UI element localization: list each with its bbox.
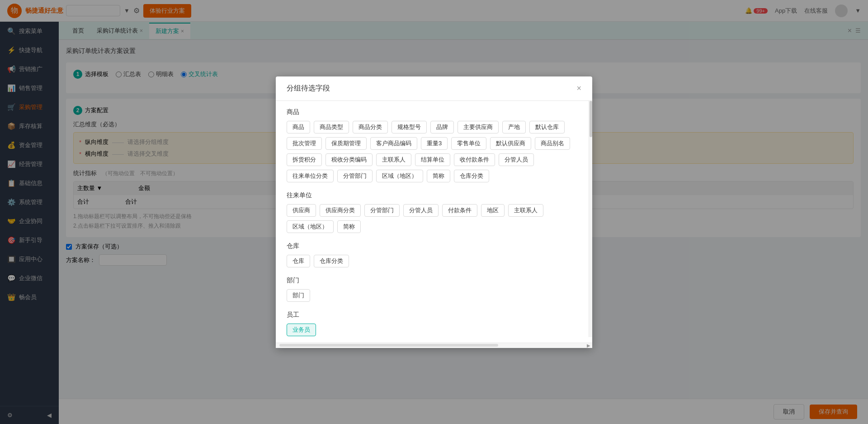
modal-section-4: 员工业务员 bbox=[287, 311, 581, 336]
section-title-3: 部门 bbox=[287, 276, 581, 285]
field-tag-1-3[interactable]: 分管人员 bbox=[403, 204, 439, 217]
field-tag-2-0[interactable]: 仓库 bbox=[287, 255, 310, 267]
field-tag-1-5[interactable]: 地区 bbox=[481, 204, 505, 217]
modal-section-0: 商品商品商品类型商品分类规格型号品牌主要供应商产地默认仓库批次管理保质期管理客户… bbox=[287, 108, 581, 182]
vertical-scrollbar-thumb bbox=[590, 101, 592, 137]
field-tags-0: 商品商品类型商品分类规格型号品牌主要供应商产地默认仓库批次管理保质期管理客户商品… bbox=[287, 121, 581, 182]
field-tag-0-1[interactable]: 商品类型 bbox=[314, 121, 349, 133]
field-tag-0-19[interactable]: 收付款条件 bbox=[454, 153, 495, 166]
field-tag-2-1[interactable]: 仓库分类 bbox=[314, 255, 349, 267]
section-title-2: 仓库 bbox=[287, 242, 581, 250]
field-tag-0-5[interactable]: 主要供应商 bbox=[458, 121, 499, 133]
field-tag-0-17[interactable]: 主联系人 bbox=[376, 153, 411, 166]
field-tag-1-0[interactable]: 供应商 bbox=[287, 204, 316, 217]
modal-section-1: 往来单位供应商供应商分类分管部门分管人员付款条件地区主联系人区域（地区）简称 bbox=[287, 191, 581, 233]
field-tag-1-1[interactable]: 供应商分类 bbox=[320, 204, 361, 217]
field-tag-0-6[interactable]: 产地 bbox=[502, 121, 526, 133]
field-tag-3-0[interactable]: 部门 bbox=[287, 289, 310, 302]
field-tag-0-22[interactable]: 分管部门 bbox=[337, 170, 373, 182]
field-tag-0-24[interactable]: 简称 bbox=[427, 170, 450, 182]
field-tag-1-7[interactable]: 区域（地区） bbox=[287, 220, 334, 233]
field-tag-0-8[interactable]: 批次管理 bbox=[287, 137, 322, 150]
field-tag-0-15[interactable]: 拆货积分 bbox=[287, 153, 322, 166]
modal-body-wrapper: 商品商品商品类型商品分类规格型号品牌主要供应商产地默认仓库批次管理保质期管理客户… bbox=[276, 101, 592, 343]
field-tag-4-0[interactable]: 业务员 bbox=[287, 324, 316, 336]
section-title-0: 商品 bbox=[287, 108, 581, 116]
field-tag-0-18[interactable]: 结算单位 bbox=[415, 153, 450, 166]
modal-section-3: 部门部门 bbox=[287, 276, 581, 302]
field-tags-2: 仓库仓库分类 bbox=[287, 255, 581, 267]
field-tag-0-7[interactable]: 默认仓库 bbox=[529, 121, 565, 133]
field-tag-0-12[interactable]: 零售单位 bbox=[451, 137, 486, 150]
modal-section-2: 仓库仓库仓库分类 bbox=[287, 242, 581, 267]
field-tag-0-21[interactable]: 往来单位分类 bbox=[287, 170, 334, 182]
modal-title: 分组待选字段 bbox=[287, 84, 330, 93]
modal-close-button[interactable]: × bbox=[576, 84, 581, 93]
field-tag-0-4[interactable]: 品牌 bbox=[430, 121, 454, 133]
field-tags-3: 部门 bbox=[287, 289, 581, 302]
field-tag-0-25[interactable]: 仓库分类 bbox=[454, 170, 489, 182]
modal-header: 分组待选字段 × bbox=[276, 76, 592, 101]
horizontal-scrollbar-thumb bbox=[279, 344, 498, 347]
field-tag-0-23[interactable]: 区域（地区） bbox=[376, 170, 423, 182]
field-tag-0-9[interactable]: 保质期管理 bbox=[326, 137, 367, 150]
modal-body[interactable]: 商品商品商品类型商品分类规格型号品牌主要供应商产地默认仓库批次管理保质期管理客户… bbox=[276, 101, 592, 343]
field-tags-4: 业务员 bbox=[287, 324, 581, 336]
field-tag-0-13[interactable]: 默认供应商 bbox=[490, 137, 531, 150]
field-tag-1-8[interactable]: 简称 bbox=[337, 220, 361, 233]
modal-overlay: 分组待选字段 × 商品商品商品类型商品分类规格型号品牌主要供应商产地默认仓库批次… bbox=[0, 0, 868, 424]
field-tag-0-20[interactable]: 分管人员 bbox=[499, 153, 534, 166]
field-tag-0-10[interactable]: 客户商品编码 bbox=[370, 137, 417, 150]
field-tag-1-6[interactable]: 主联系人 bbox=[508, 204, 543, 217]
section-title-4: 员工 bbox=[287, 311, 581, 319]
field-tag-0-16[interactable]: 税收分类编码 bbox=[326, 153, 373, 166]
field-tag-1-4[interactable]: 付款条件 bbox=[442, 204, 477, 217]
scroll-right-arrow[interactable]: ▶ bbox=[587, 343, 590, 348]
vertical-scrollbar-track bbox=[589, 101, 592, 337]
field-tag-1-2[interactable]: 分管部门 bbox=[364, 204, 400, 217]
horizontal-scrollbar-track: ▶ bbox=[276, 343, 592, 348]
field-tags-1: 供应商供应商分类分管部门分管人员付款条件地区主联系人区域（地区）简称 bbox=[287, 204, 581, 233]
field-tag-0-3[interactable]: 规格型号 bbox=[392, 121, 427, 133]
field-tag-0-0[interactable]: 商品 bbox=[287, 121, 310, 133]
field-tag-0-2[interactable]: 商品分类 bbox=[353, 121, 388, 133]
field-tag-0-14[interactable]: 商品别名 bbox=[535, 137, 570, 150]
section-title-1: 往来单位 bbox=[287, 191, 581, 200]
field-tag-0-11[interactable]: 重量3 bbox=[421, 137, 448, 150]
modal: 分组待选字段 × 商品商品商品类型商品分类规格型号品牌主要供应商产地默认仓库批次… bbox=[276, 76, 592, 348]
